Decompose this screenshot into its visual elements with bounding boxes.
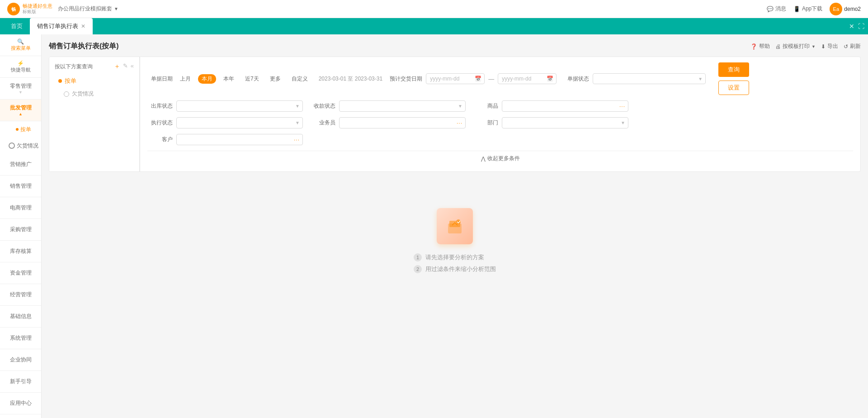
settings-button[interactable]: 设置 [718, 81, 749, 95]
svg-text:畅: 畅 [11, 7, 16, 12]
chevron-down-icon: ▼ [811, 44, 816, 49]
chevron-down-icon: ▼ [458, 104, 462, 109]
date-tab-this-year[interactable]: 本年 [220, 74, 238, 84]
empty-tip-2: 2 用过滤条件来缩小分析范围 [414, 265, 496, 273]
sub-scheme-item-debt[interactable]: 欠货情况 [55, 88, 134, 100]
tip-num-1: 1 [414, 253, 422, 261]
date-filter-item: 单据日期 上月 本月 本年 近7天 更多 自定义 2023-03-01 至 20… [147, 74, 382, 84]
date-range-separator: — [488, 76, 494, 82]
add-scheme-button[interactable]: ＋ [114, 62, 120, 71]
top-bar-left: 畅 畅捷通好生意 标账版 办公用品行业模拟账套 ▼ [7, 3, 118, 15]
user-area[interactable]: Ea demo2 [830, 3, 861, 15]
sidebar-sub-item-order[interactable]: 按单 [0, 121, 41, 138]
tab-home[interactable]: 首页 [4, 18, 30, 34]
sidebar-item-quicknav[interactable]: ⚡ 快捷导航 [0, 56, 41, 78]
sidebar-item-retail[interactable]: 零售管理 ▼ [0, 78, 41, 100]
customer-label: 客户 [147, 136, 173, 143]
top-bar-right: 💬 消息 📱 App下载 Ea demo2 [767, 3, 861, 15]
salesperson-label: 业务员 [310, 119, 335, 127]
refresh-button[interactable]: ↺ 刷新 [844, 43, 861, 50]
page-actions: ❓ 帮助 🖨 按模板打印 ▼ ⬇ 导出 ↺ 刷新 [750, 43, 861, 50]
department-select[interactable]: ▼ [502, 117, 628, 128]
dots-icon-3: ··· [294, 137, 300, 143]
date-tab-custom[interactable]: 自定义 [288, 74, 311, 84]
expand-tab-button[interactable]: ⛶ [858, 23, 864, 30]
tab-home-label: 首页 [11, 22, 23, 30]
sidebar-item-corpWechat[interactable]: 企业微信 [0, 414, 41, 418]
close-tab-button[interactable]: ✕ [849, 23, 854, 30]
scheme-dot-icon [58, 79, 62, 83]
sidebar-item-sales[interactable]: 销售管理 [0, 176, 41, 197]
date-label: 单据日期 [147, 75, 173, 83]
execution-label: 执行状态 [147, 119, 173, 127]
collapse-scheme-button[interactable]: « [131, 62, 134, 71]
collapse-bar[interactable]: ⋀ 收起更多条件 [147, 151, 853, 166]
salesperson-select[interactable]: ··· [339, 117, 466, 128]
dot-icon [16, 128, 19, 131]
export-button[interactable]: ⬇ 导出 [821, 43, 838, 50]
filter-row-status: 出库状态 ▼ 收款状态 ▼ [147, 100, 853, 112]
date-tab-last-month[interactable]: 上月 [176, 74, 194, 84]
company-select[interactable]: 办公用品行业模拟账套 ▼ [58, 5, 118, 13]
search-button[interactable]: 查询 [718, 62, 749, 77]
export-icon: ⬇ [821, 43, 826, 50]
goods-select[interactable]: ··· [502, 100, 628, 112]
sidebar-item-marketing[interactable]: 营销推广 [0, 154, 41, 176]
edit-scheme-button[interactable]: ✎ [123, 62, 128, 71]
app-download-action[interactable]: 📱 App下载 [793, 5, 822, 13]
date-tab-more[interactable]: 更多 [266, 74, 284, 84]
message-action[interactable]: 💬 消息 [767, 5, 786, 13]
help-icon: ❓ [750, 43, 757, 50]
refresh-icon: ↺ [844, 43, 848, 50]
date-tab-7days[interactable]: 近7天 [241, 74, 263, 84]
delivery-status-select[interactable]: ▼ [176, 100, 303, 112]
scheme-item-by-order[interactable]: 按单 [55, 74, 134, 88]
scheme-panel: 按以下方案查询 ＋ ✎ « 按单 欠货情况 [49, 57, 140, 171]
tab-sales-exec[interactable]: 销售订单执行表 ✕ [30, 18, 93, 34]
receipt-status-select[interactable]: ▼ [339, 100, 466, 112]
calendar-icon-2: 📅 [547, 76, 553, 82]
tip-num-2: 2 [414, 265, 422, 273]
customer-item: 客户 ··· [147, 134, 303, 145]
logo-icon: 畅 [7, 3, 20, 15]
customer-select[interactable]: ··· [176, 134, 303, 145]
template-print-button[interactable]: 🖨 按模板打印 ▼ [775, 43, 816, 50]
date-from-input[interactable]: yyyy-mm-dd 📅 [426, 73, 485, 84]
sidebar-item-system[interactable]: 系统管理 [0, 328, 41, 349]
sidebar-item-purchase[interactable]: 采购管理 [0, 219, 41, 241]
user-name[interactable]: demo2 [844, 6, 861, 12]
sidebar-sub-item-debt[interactable]: 欠货情况 [0, 138, 41, 154]
help-button[interactable]: ❓ 帮助 [750, 43, 770, 50]
print-icon: 🖨 [775, 43, 781, 50]
sidebar-item-finance[interactable]: 资金管理 [0, 262, 41, 284]
sidebar-item-basic[interactable]: 基础信息 [0, 306, 41, 328]
date-tab-this-month[interactable]: 本月 [198, 74, 216, 84]
close-icon[interactable]: ✕ [81, 23, 85, 29]
sidebar-item-ecommerce[interactable]: 电商管理 [0, 197, 41, 219]
dots-icon: ··· [619, 103, 625, 109]
empty-tip-1: 1 请先选择要分析的方案 [414, 253, 496, 261]
app-icon: 📱 [793, 6, 800, 12]
chevron-up-icon: ▲ [19, 112, 23, 116]
empty-tips: 1 请先选择要分析的方案 2 用过滤条件来缩小分析范围 [414, 253, 496, 277]
sidebar-item-newbie[interactable]: 新手引导 [0, 371, 41, 393]
filter-row-exec: 执行状态 ▼ 业务员 ··· [147, 117, 853, 128]
date-to-input[interactable]: yyyy-mm-dd 📅 [498, 73, 557, 84]
sidebar-item-enterprise[interactable]: 企业协同 [0, 349, 41, 371]
main-layout: 🔍 搜索菜单 ⚡ 快捷导航 零售管理 ▼ 批发管理 ▲ 按单 欠货情况 营销推广 [0, 34, 868, 418]
empty-icon-area [437, 208, 473, 244]
sidebar-item-inventory[interactable]: 库存核算 [0, 241, 41, 262]
filter-row-customer: 客户 ··· [147, 134, 853, 145]
avatar: Ea [830, 3, 842, 15]
calendar-icon: 📅 [475, 76, 481, 82]
logo-area: 畅 畅捷通好生意 标账版 [7, 3, 52, 15]
sidebar-item-appCenter[interactable]: 应用中心 [0, 393, 41, 414]
sidebar-item-search[interactable]: 🔍 搜索菜单 [0, 34, 41, 56]
execution-select[interactable]: ▼ [176, 117, 303, 128]
sidebar-item-wholesale[interactable]: 批发管理 ▲ [0, 100, 41, 121]
chevron-down-icon: ▼ [295, 120, 300, 125]
order-status-select[interactable]: ▼ [593, 73, 706, 84]
scheme-panel-header: 按以下方案查询 ＋ ✎ « [55, 62, 134, 71]
sidebar-item-operation[interactable]: 经营管理 [0, 284, 41, 306]
sidebar: 🔍 搜索菜单 ⚡ 快捷导航 零售管理 ▼ 批发管理 ▲ 按单 欠货情况 营销推广 [0, 34, 42, 418]
